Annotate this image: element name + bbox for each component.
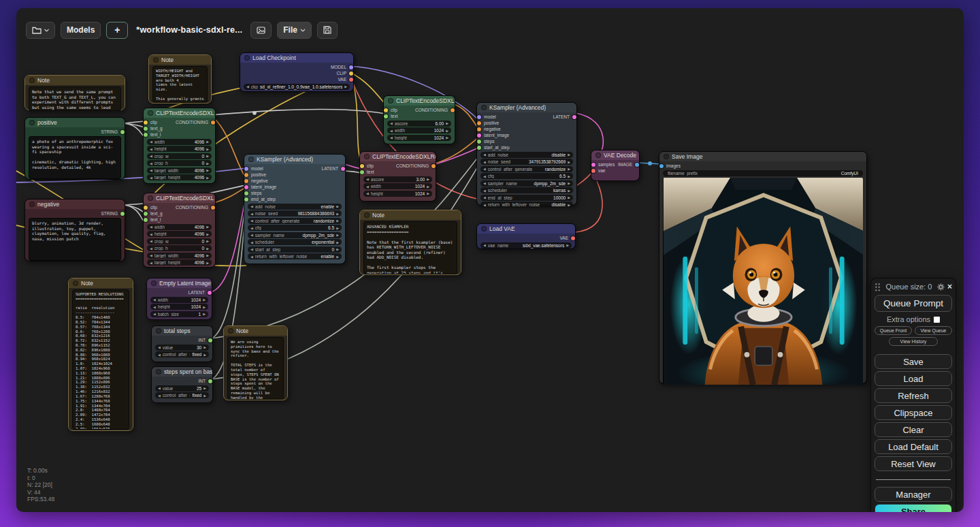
widget-control-after-generate[interactable]: ◀control_after_generatefixed▶	[155, 392, 209, 398]
new-workflow-button[interactable]: +	[106, 22, 128, 39]
share-button[interactable]: Share	[875, 504, 952, 512]
prev-icon[interactable]: ◀	[483, 153, 486, 157]
node-load-checkpoint[interactable]: Load Checkpoint MODEL CLIP VAE ◀ckpt_nam…	[240, 52, 354, 92]
widget-width[interactable]: ◀width4096▶	[147, 139, 212, 145]
increment-icon[interactable]: ▶	[206, 154, 209, 158]
port-steps-input[interactable]	[477, 140, 481, 144]
close-icon[interactable]: ×	[947, 283, 952, 291]
decrement-icon[interactable]: ◀	[150, 232, 152, 236]
node-note-size[interactable]: Note WIDTH/HEIGHT and TARGET_WIDTH/HEIGH…	[148, 54, 212, 103]
prev-icon[interactable]: ◀	[483, 203, 486, 207]
port-start-at-step-input[interactable]	[477, 146, 481, 150]
increment-icon[interactable]: ▶	[568, 174, 570, 178]
decrement-icon[interactable]: ◀	[150, 225, 152, 229]
extra-options-checkbox[interactable]	[934, 317, 940, 323]
widget-vae-name[interactable]: ◀vae_namesdxl_vae.safetensors▶	[480, 242, 572, 249]
generated-image-preview[interactable]	[663, 178, 863, 385]
collapse-icon[interactable]	[664, 154, 669, 159]
collapse-icon[interactable]	[151, 281, 157, 286]
widget-control-after-generate[interactable]: ◀control_after_generatefixed▶	[155, 351, 209, 357]
decrement-icon[interactable]: ◀	[250, 247, 253, 251]
increment-icon[interactable]: ▶	[206, 253, 209, 257]
node-note-prompt[interactable]: Note Note that we send the same prompt t…	[24, 75, 125, 110]
prev-icon[interactable]: ◀	[250, 204, 253, 208]
decrement-icon[interactable]: ◀	[150, 154, 152, 158]
port-text-g-input[interactable]	[144, 127, 148, 131]
queue-prompt-button[interactable]: Queue Prompt	[875, 295, 952, 312]
node-clip-encode-sdxl-negative[interactable]: CLIPTextEncodeSDXL clip CONDITIONING tex…	[143, 193, 216, 268]
port-text-input[interactable]	[384, 114, 388, 118]
collapse-icon[interactable]	[29, 78, 35, 83]
port-negative-input[interactable]	[477, 127, 481, 131]
collapse-icon[interactable]	[248, 157, 254, 162]
port-clip-input[interactable]	[384, 108, 388, 112]
decrement-icon[interactable]: ◀	[158, 386, 161, 390]
workflows-folder-button[interactable]	[26, 22, 55, 39]
increment-icon[interactable]: ▶	[206, 239, 209, 243]
next-icon[interactable]: ▶	[568, 153, 570, 157]
increment-icon[interactable]: ▶	[446, 121, 448, 125]
port-vae-input[interactable]	[591, 169, 595, 173]
increment-icon[interactable]: ▶	[568, 195, 570, 199]
next-icon[interactable]: ▶	[336, 255, 339, 259]
next-icon[interactable]: ▶	[568, 203, 570, 207]
node-empty-latent-image[interactable]: Empty Latent Image LATENT ◀width1024▶ ◀h…	[146, 278, 212, 320]
collapse-icon[interactable]	[148, 195, 153, 201]
increment-icon[interactable]: ▶	[206, 168, 209, 172]
decrement-icon[interactable]: ◀	[158, 345, 161, 349]
gallery-button[interactable]	[250, 22, 272, 39]
port-latent-image-input[interactable]	[477, 133, 481, 138]
widget-noise-seed[interactable]: ◀noise_seed981156884386693▶	[248, 210, 342, 217]
port-steps-input[interactable]	[244, 191, 248, 195]
widget-cfg[interactable]: ◀cfg6.5▶	[480, 173, 573, 179]
widget-width[interactable]: ◀width4096▶	[147, 224, 212, 230]
increment-icon[interactable]: ▶	[206, 140, 209, 144]
decrement-icon[interactable]: ◀	[150, 140, 152, 144]
load-button[interactable]: Load	[875, 371, 952, 386]
decrement-icon[interactable]: ◀	[483, 174, 486, 178]
file-menu-button[interactable]: File	[277, 22, 312, 39]
next-icon[interactable]: ▶	[203, 353, 206, 357]
port-conditioning-output[interactable]	[451, 108, 455, 112]
widget-height[interactable]: ◀height1024▶	[363, 191, 432, 197]
decrement-icon[interactable]: ◀	[153, 312, 156, 316]
node-steps-spent-on-base[interactable]: steps spent on base INT ◀value25▶ ◀contr…	[151, 366, 213, 403]
collapse-icon[interactable]	[481, 105, 487, 110]
node-note-resolutions[interactable]: Note SUPPORTED RESOLUTIONS =============…	[68, 278, 133, 431]
settings-gear-icon[interactable]	[937, 283, 945, 291]
port-vae-output[interactable]	[571, 236, 575, 240]
decrement-icon[interactable]: ◀	[366, 191, 369, 195]
prev-icon[interactable]: ◀	[250, 255, 253, 259]
increment-icon[interactable]: ▶	[427, 191, 429, 195]
widget-start-at-step[interactable]: ◀start_at_step0▶	[248, 246, 342, 253]
port-end-at-step-input[interactable]	[244, 197, 248, 202]
decrement-icon[interactable]: ◀	[483, 195, 486, 199]
widget-width[interactable]: ◀width1024▶	[387, 127, 451, 133]
clear-button[interactable]: Clear	[875, 422, 952, 437]
port-int-output[interactable]	[208, 338, 212, 342]
load-default-button[interactable]: Load Default	[875, 439, 952, 454]
decrement-icon[interactable]: ◀	[366, 177, 369, 181]
menu-drag-handle[interactable]	[875, 283, 881, 291]
port-text-l-input[interactable]	[144, 133, 148, 137]
widget-crop-w[interactable]: ◀crop_w0▶	[147, 238, 212, 244]
view-queue-button[interactable]: View Queue	[915, 326, 952, 335]
collapse-icon[interactable]	[364, 154, 370, 159]
widget-width[interactable]: ◀width1024▶	[150, 297, 208, 303]
decrement-icon[interactable]: ◀	[150, 176, 152, 180]
widget-crop-h[interactable]: ◀crop_h0▶	[147, 245, 212, 251]
decrement-icon[interactable]: ◀	[390, 129, 393, 133]
node-save-image[interactable]: Save Image images filename_prefixComfyUI	[659, 151, 867, 384]
increment-icon[interactable]: ▶	[206, 147, 209, 151]
next-icon[interactable]: ▶	[336, 219, 339, 223]
port-string-output[interactable]	[120, 130, 125, 134]
prev-icon[interactable]: ◀	[483, 167, 486, 171]
prev-icon[interactable]: ◀	[158, 394, 161, 398]
prev-icon[interactable]: ◀	[246, 84, 249, 89]
widget-return-with-leftover-noise[interactable]: ◀return_with_leftover_noisedisable▶	[480, 202, 573, 208]
widget-sampler-name[interactable]: ◀sampler_namedpmpp_2m_sde▶	[480, 180, 573, 187]
widget-cfg[interactable]: ◀cfg6.5▶	[248, 225, 342, 231]
next-icon[interactable]: ▶	[203, 394, 206, 398]
prompt-textarea[interactable]: a photo of an anthropomorphic fox wearin…	[29, 136, 121, 179]
collapse-icon[interactable]	[29, 120, 35, 125]
